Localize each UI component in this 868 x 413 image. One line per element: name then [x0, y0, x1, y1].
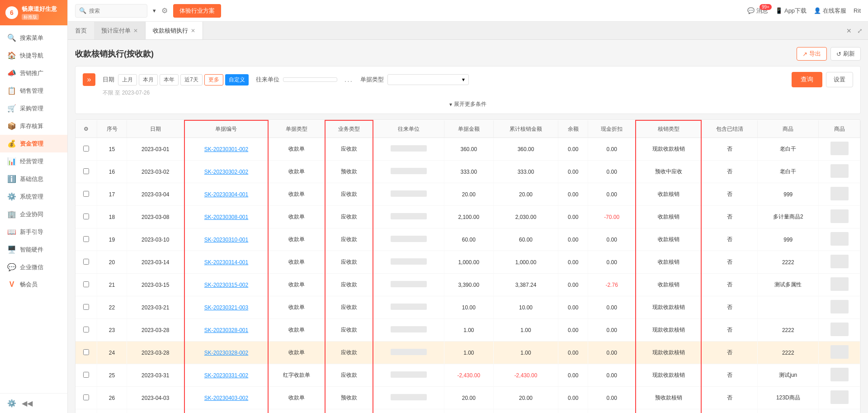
doc-no-link[interactable]: SK-20230321-003 [204, 304, 248, 311]
doc-no-link[interactable]: SK-20230328-001 [204, 327, 248, 333]
page-header: 收款核销执行(按收款) ↗ 导出 ↺ 刷新 [75, 47, 861, 61]
query-button[interactable]: 查询 [792, 72, 822, 87]
doc-no-link[interactable]: SK-20230328-002 [204, 350, 248, 356]
doc-no-link[interactable]: SK-20230403-002 [204, 395, 248, 401]
tab-receipt-close[interactable]: ✕ [191, 28, 195, 34]
row-select-checkbox[interactable] [83, 372, 89, 378]
filter-7days[interactable]: 近7天 [180, 74, 203, 85]
row-doc-no[interactable]: SK-20230331-002 [184, 364, 269, 387]
row-doc-no[interactable]: SK-20230328-001 [184, 319, 269, 342]
message-button[interactable]: 💬 消息 99+ [747, 7, 768, 15]
row-include-settled: 否 [701, 161, 758, 183]
row-doc-no[interactable]: SK-20230408-001 [184, 409, 269, 413]
setting-button[interactable]: 设置 [826, 72, 853, 87]
search-input[interactable] [89, 8, 134, 14]
row-doc-no[interactable]: SK-20230301-002 [184, 138, 269, 161]
row-select-checkbox[interactable] [83, 259, 89, 265]
doc-no-link[interactable]: SK-20230331-002 [204, 372, 248, 379]
tab-receipt-exec[interactable]: 收款核销执行 ✕ [146, 22, 203, 39]
topbar-dropdown[interactable]: ▾ [153, 7, 156, 14]
doctype-select[interactable]: ▾ [387, 74, 469, 85]
row-doc-no[interactable]: SK-20230315-002 [184, 274, 269, 296]
row-select-checkbox[interactable] [83, 304, 89, 310]
partner-label: 往来单位 [256, 76, 279, 84]
row-no: 17 [97, 183, 127, 206]
doc-no-link[interactable]: SK-20230301-002 [204, 146, 248, 152]
sidebar-item-quick-nav[interactable]: 🏠 快捷导航 [0, 47, 67, 64]
row-doc-no[interactable]: SK-20230321-003 [184, 296, 269, 319]
tab-expand-icon[interactable]: ⤢ [855, 25, 864, 36]
row-doc-no[interactable]: SK-20230403-002 [184, 387, 269, 409]
filter-this-month[interactable]: 本月 [139, 74, 158, 85]
row-doc-type: 收款单 [268, 296, 325, 319]
doc-no-link[interactable]: SK-20230308-001 [204, 214, 248, 220]
sidebar-item-basic-info[interactable]: ℹ️ 基础信息 [0, 170, 67, 188]
th-settings[interactable]: ⚙ [75, 120, 97, 138]
row-select-checkbox[interactable] [83, 214, 89, 219]
row-no: 24 [97, 342, 127, 364]
sidebar-item-member[interactable]: V 畅会员 [0, 276, 67, 293]
sidebar-item-sales[interactable]: 📋 销售管理 [0, 82, 67, 100]
user-name[interactable]: Rit [854, 7, 861, 14]
row-select-checkbox[interactable] [83, 281, 89, 287]
partner-input-display[interactable] [283, 77, 337, 82]
expand-conditions[interactable]: ▾ 展开更多条件 [83, 100, 853, 108]
sidebar-item-hardware[interactable]: 🖥️ 智能硬件 [0, 241, 67, 258]
tab-prepay-close[interactable]: ✕ [133, 28, 138, 34]
row-amount: 2,100.00 [444, 206, 493, 228]
gear-icon[interactable]: ⚙ [161, 6, 168, 15]
doc-no-link[interactable]: SK-20230315-002 [204, 282, 248, 288]
row-doc-type: 收款单 [268, 409, 325, 413]
sidebar-item-enterprise[interactable]: 🏢 企业协同 [0, 205, 67, 223]
filter-more-dates[interactable]: 更多 [204, 74, 223, 85]
doc-no-link[interactable]: SK-20230302-002 [204, 169, 248, 175]
row-doc-no[interactable]: SK-20230304-001 [184, 183, 269, 206]
filter-custom-btn[interactable]: 自定义 [225, 74, 249, 85]
sidebar-item-guide[interactable]: 📖 新手引导 [0, 223, 67, 241]
app-download-button[interactable]: 📱 App下载 [775, 7, 807, 15]
sidebar-item-wechat[interactable]: 💬 企业微信 [0, 258, 67, 276]
settings-bottom-icon[interactable]: ⚙️ [7, 399, 16, 408]
sidebar-item-inventory[interactable]: 📦 库存核算 [0, 117, 67, 135]
online-service-button[interactable]: 👤 在线客服 [814, 7, 846, 15]
filter-this-year[interactable]: 本年 [160, 74, 179, 85]
row-goods [758, 296, 819, 319]
row-select-checkbox[interactable] [83, 191, 89, 197]
sidebar-item-finance[interactable]: 💰 资金管理 [0, 135, 67, 152]
row-select-checkbox[interactable] [83, 394, 89, 400]
refresh-button[interactable]: ↺ 刷新 [830, 47, 861, 61]
row-doc-no[interactable]: SK-20230310-001 [184, 228, 269, 251]
row-select-checkbox[interactable] [83, 146, 89, 152]
tab-home[interactable]: 首页 [68, 22, 94, 39]
collapse-icon[interactable]: ◀◀ [22, 399, 33, 408]
tab-prepay[interactable]: 预计应付单 ✕ [94, 22, 146, 39]
th-goods2: 商品 [819, 120, 860, 138]
sidebar-item-purchase[interactable]: 🛒 采购管理 [0, 100, 67, 117]
sidebar-item-marketing[interactable]: 📣 营销推广 [0, 64, 67, 82]
row-doc-no[interactable]: SK-20230328-002 [184, 342, 269, 364]
row-select-checkbox[interactable] [83, 349, 89, 355]
row-doc-no[interactable]: SK-20230302-002 [184, 161, 269, 183]
tab-close-all-icon[interactable]: ✕ [844, 25, 854, 36]
row-select-checkbox[interactable] [83, 168, 89, 174]
row-doc-no[interactable]: SK-20230308-001 [184, 206, 269, 228]
sidebar-item-system[interactable]: ⚙️ 系统管理 [0, 188, 67, 205]
export-button[interactable]: ↗ 导出 [797, 47, 827, 61]
table-row: 172023-03-04SK-20230304-001收款单应收款20.0020… [75, 183, 860, 206]
sidebar-item-operations[interactable]: 📊 经营管理 [0, 152, 67, 170]
doc-no-link[interactable]: SK-20230304-001 [204, 191, 248, 198]
row-doc-type: 收款单 [268, 319, 325, 342]
row-doc-no[interactable]: SK-20230314-001 [184, 251, 269, 274]
row-doc-type: 收款单 [268, 251, 325, 274]
settings-icon[interactable]: ⚙ [84, 126, 89, 132]
service-icon: 👤 [814, 7, 821, 14]
filter-last-month[interactable]: 上月 [118, 74, 137, 85]
sidebar-item-search[interactable]: 🔍 搜索菜单 [0, 29, 67, 47]
row-select-checkbox[interactable] [83, 327, 89, 332]
topbar-search-box[interactable]: 🔍 [75, 4, 147, 18]
filter-toggle-button[interactable]: » [83, 73, 95, 86]
doc-no-link[interactable]: SK-20230314-001 [204, 259, 248, 266]
doc-no-link[interactable]: SK-20230310-001 [204, 237, 248, 243]
solution-button[interactable]: 体验行业方案 [173, 4, 221, 18]
row-select-checkbox[interactable] [83, 236, 89, 242]
